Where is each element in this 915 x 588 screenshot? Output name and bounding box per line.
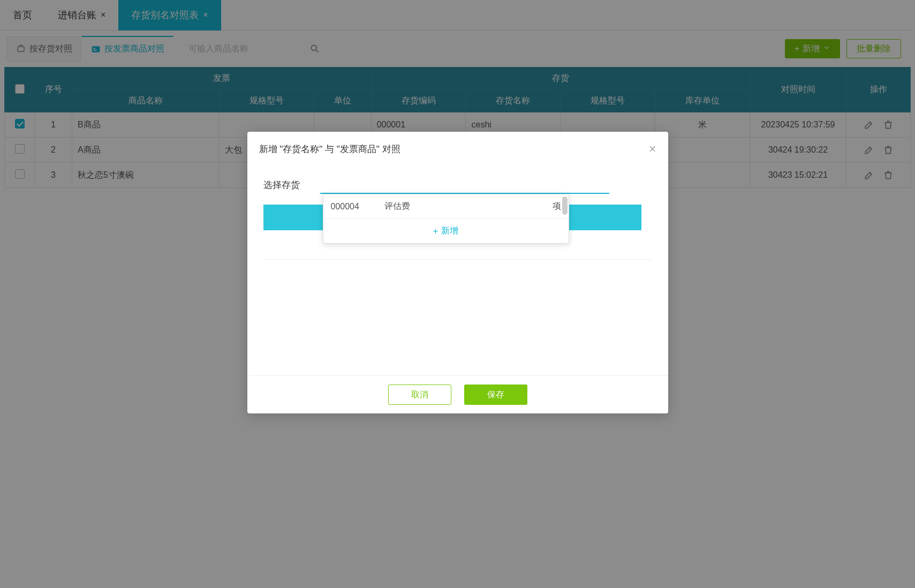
save-button[interactable]: 保存 [464,385,527,405]
modal-footer: 取消 保存 [247,375,668,413]
close-icon[interactable]: × [648,141,656,156]
select-inventory-row: 选择存货 [263,176,652,194]
dropdown-add[interactable]: + 新增 [323,218,569,243]
cancel-button[interactable]: 取消 [388,385,451,405]
add-compare-modal: 新增 "存货名称" 与 "发票商品" 对照 × 选择存货 000004 评估费 … [247,132,668,413]
modal-title: 新增 "存货名称" 与 "发票商品" 对照 [259,143,400,155]
dropdown-add-label: 新增 [441,225,458,237]
modal-body: 选择存货 000004 评估费 项 + 新增 [247,166,668,375]
inventory-input-wrap [320,176,652,194]
option-name: 评估费 [384,201,540,212]
plus-icon: + [433,227,438,236]
modal-header: 新增 "存货名称" 与 "发票商品" 对照 × [247,132,668,166]
dropdown-option[interactable]: 000004 评估费 项 [323,194,569,218]
inventory-dropdown: 000004 评估费 项 + 新增 [323,194,569,244]
select-inventory-label: 选择存货 [263,179,312,191]
modal-body-divider [263,259,652,260]
option-code: 000004 [331,202,384,212]
option-unit: 项 [540,201,561,212]
scrollbar-thumb[interactable] [562,197,568,215]
inventory-input[interactable] [320,176,609,194]
